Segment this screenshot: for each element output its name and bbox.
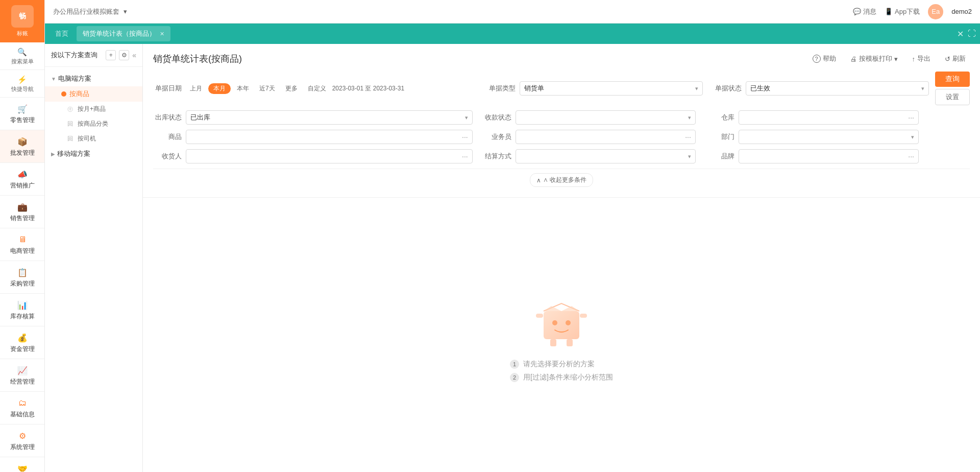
sidebar-item-system[interactable]: ⚙ 系统管理 — [0, 424, 44, 457]
warehouse-status-select[interactable]: 已出库 ▾ — [186, 110, 473, 125]
avatar[interactable]: Ea — [928, 4, 943, 19]
date-option-7days[interactable]: 近7天 — [255, 83, 279, 94]
scheme-group-pc-header[interactable]: ▼ 电脑端方案 — [45, 71, 142, 86]
sidebar-item-inventory[interactable]: 📊 库存核算 — [0, 294, 44, 326]
scheme-sub-label: 按月+商品 — [78, 105, 106, 113]
help-button[interactable]: ? 帮助 — [808, 52, 840, 65]
sidebar-item-ecommerce[interactable]: 🖥 电商管理 — [0, 228, 44, 261]
left-panel-title: 按以下方案查询 — [51, 51, 97, 60]
collapse-filter-button[interactable]: ∧ ∧ 收起更多条件 — [530, 173, 593, 187]
wholesale-icon: 📦 — [16, 135, 29, 148]
product-select[interactable]: ··· — [186, 130, 473, 144]
warehouse-control: ··· — [739, 110, 919, 125]
filter-item-date: 单据日期 上月 本月 本年 近7天 更多 自定义 2023-03-01 至 20… — [153, 83, 477, 94]
salesperson-select[interactable]: ··· — [516, 130, 696, 144]
tab-sales-stat[interactable]: 销货单统计表（按商品） ✕ — [77, 26, 170, 41]
app-download-action[interactable]: 📱 App下载 — [885, 7, 920, 16]
sidebar-item-wholesale[interactable]: 📦 批发管理 — [0, 130, 44, 163]
payment-method-label: 结算方式 — [483, 152, 511, 161]
payment-status-select[interactable]: ▾ — [516, 110, 696, 125]
collapse-filter-label: ∧ 收起更多条件 — [543, 176, 586, 184]
top-header: 办公用品行业模拟账套 ▾ 💬 消息 📱 App下载 Ea demo2 — [45, 0, 980, 23]
sub-scheme-icon: ㊉ — [67, 105, 75, 113]
sidebar-item-coop[interactable]: 🤝 企业协同 — [0, 457, 44, 472]
payment-method-select[interactable]: ▾ — [516, 149, 696, 163]
add-scheme-button[interactable]: + — [106, 50, 116, 60]
page-header: 销货单统计表(按商品) ? 帮助 🖨 按模板打印 ▾ ↑ 导出 — [143, 44, 980, 65]
quick-nav-icon: ⚡ — [17, 75, 27, 84]
page-header-actions: ? 帮助 🖨 按模板打印 ▾ ↑ 导出 ↺ 刷新 — [808, 52, 970, 65]
export-button[interactable]: ↑ 导出 — [908, 52, 935, 65]
scheme-item-by-driver[interactable]: 回 按司机 — [45, 131, 142, 146]
search-icon: 🔍 — [17, 48, 27, 57]
sub-scheme-icon: 回 — [67, 120, 75, 128]
scheme-item-by-month-product[interactable]: ㊉ 按月+商品 — [45, 102, 142, 116]
group-expand-icon: ▼ — [51, 76, 56, 82]
filter-item-warehouse: 仓库 ··· — [706, 110, 919, 125]
date-option-more[interactable]: 更多 — [281, 83, 302, 94]
svg-rect-6 — [580, 314, 587, 318]
tab-home[interactable]: 首页 — [49, 26, 75, 41]
doc-type-select[interactable]: 销货单 ▾ — [520, 81, 703, 96]
date-option-current-year[interactable]: 本年 — [233, 83, 253, 94]
recipient-select[interactable]: ··· — [186, 149, 473, 163]
date-option-last-month[interactable]: 上月 — [186, 83, 206, 94]
tab-close-all-icon[interactable]: ✕ — [957, 29, 964, 39]
recipient-dots-icon: ··· — [462, 152, 468, 160]
logo-icon: 畅 — [11, 5, 34, 28]
app-logo[interactable]: 畅 标账 — [0, 0, 44, 42]
product-control: ··· — [186, 130, 473, 144]
print-button[interactable]: 🖨 按模板打印 ▾ — [846, 52, 902, 65]
brand-select[interactable]: ··· — [739, 149, 919, 163]
tab-expand-icon[interactable]: ⛶ — [968, 29, 976, 38]
doc-status-select[interactable]: 已生效 ▾ — [746, 81, 929, 96]
sidebar-item-retail[interactable]: 🛒 零售管理 — [0, 98, 44, 130]
logo-char: 畅 — [19, 12, 26, 21]
query-button[interactable]: 查询 — [935, 72, 970, 87]
user-name[interactable]: demo2 — [951, 8, 972, 15]
sidebar-item-basic[interactable]: 🗂 基础信息 — [0, 392, 44, 424]
date-option-custom[interactable]: 自定义 — [304, 83, 330, 94]
date-option-current-month[interactable]: 本月 — [208, 83, 231, 94]
filter-item-department: 部门 ▾ — [706, 130, 919, 144]
empty-state: 1 请先选择要分析的方案 2 用[过滤]条件来缩小分析范围 — [143, 198, 980, 472]
settings-scheme-button[interactable]: ⚙ — [119, 50, 129, 60]
doc-type-label: 单据类型 — [487, 84, 516, 93]
app-download-icon: 📱 — [885, 8, 893, 15]
page-container: 按以下方案查询 + ⚙ « ▼ 电脑端方案 按商品 — [45, 44, 980, 472]
marketing-icon: 📣 — [16, 168, 29, 180]
warehouse-status-value: 已出库 — [190, 113, 463, 122]
sidebar-item-operations[interactable]: 📈 经营管理 — [0, 359, 44, 392]
scheme-item-by-product[interactable]: 按商品 — [45, 86, 142, 102]
message-action[interactable]: 💬 消息 — [853, 7, 876, 16]
filter-item-doc-type: 单据类型 销货单 ▾ — [487, 81, 703, 96]
settings-button[interactable]: 设置 — [935, 89, 970, 105]
department-select[interactable]: ▾ — [739, 130, 919, 144]
scheme-item-by-category[interactable]: 回 按商品分类 — [45, 116, 142, 131]
retail-icon: 🛒 — [16, 103, 29, 115]
sales-icon: 💼 — [16, 201, 29, 213]
sidebar-item-quick-nav[interactable]: ⚡ 快捷导航 — [0, 70, 44, 98]
sidebar-item-search[interactable]: 🔍 搜索菜单 — [0, 42, 44, 70]
industry-name: 办公用品行业模拟账套 — [53, 7, 119, 16]
filter-item-product: 商品 ··· — [153, 130, 473, 144]
salesperson-control: ··· — [516, 130, 696, 144]
recipient-control: ··· — [186, 149, 473, 163]
recipient-label: 收货人 — [153, 152, 182, 161]
tab-home-label: 首页 — [55, 29, 68, 38]
scheme-group-mobile-header[interactable]: ▶ 移动端方案 — [45, 146, 142, 161]
warehouse-select[interactable]: ··· — [739, 110, 919, 125]
collapse-panel-button[interactable]: « — [132, 51, 136, 59]
refresh-button[interactable]: ↺ 刷新 — [941, 52, 970, 65]
filter-item-doc-status: 单据状态 已生效 ▾ — [713, 81, 929, 96]
sidebar-item-procurement[interactable]: 📋 采购管理 — [0, 261, 44, 294]
filter-row-2: 出库状态 已出库 ▾ 收款状态 ▾ — [153, 110, 970, 125]
payment-method-control: ▾ — [516, 149, 696, 163]
left-panel-header: 按以下方案查询 + ⚙ « — [45, 44, 142, 67]
industry-dropdown[interactable]: ▾ — [124, 8, 127, 15]
tab-close-icon[interactable]: ✕ — [160, 31, 164, 37]
print-arrow-icon: ▾ — [894, 55, 898, 63]
sidebar-item-sales[interactable]: 💼 销售管理 — [0, 196, 44, 228]
sidebar-item-marketing[interactable]: 📣 营销推广 — [0, 163, 44, 196]
sidebar-item-finance[interactable]: 💰 资金管理 — [0, 326, 44, 359]
